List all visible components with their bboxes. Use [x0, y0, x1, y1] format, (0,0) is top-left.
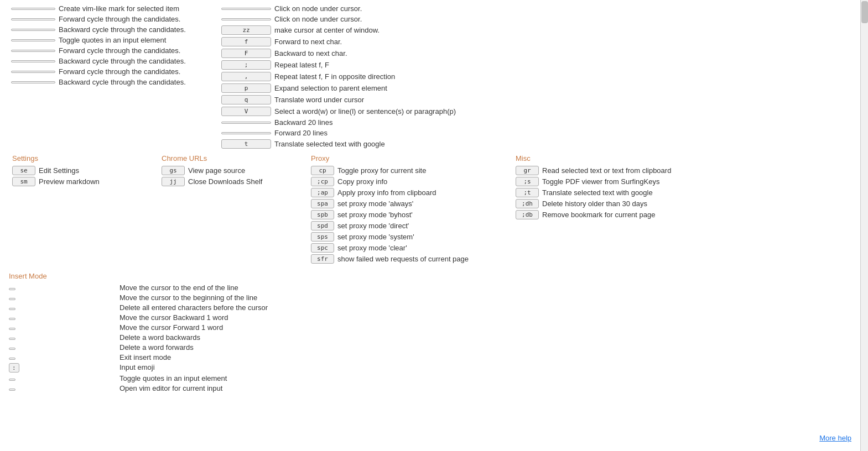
shortcut-row: Create vim-like mark for selected item — [11, 4, 221, 13]
shortcut-key — [11, 60, 55, 62]
shortcut-desc: Translate selected text with google — [274, 140, 385, 148]
chrome-urls-title: Chrome URLs — [162, 154, 304, 162]
insert-desc-cell: Delete a word forwards — [119, 343, 859, 352]
shortcut-key: V — [221, 107, 271, 116]
proxy-row: spaset proxy mode 'always' — [311, 199, 509, 208]
shortcut-row: Backward cycle through the candidates. — [11, 78, 221, 86]
page-wrapper: Create vim-like mark for selected itemFo… — [0, 0, 868, 451]
proxy-row: sfrshow failed web requests of current p… — [311, 254, 509, 264]
shortcut-desc: Toggle quotes in an input element — [59, 36, 166, 44]
insert-key-cell — [9, 353, 119, 361]
insert-key-cell — [9, 374, 119, 382]
misc-section: Misc grRead selected text or text from c… — [512, 154, 859, 265]
scrollbar[interactable] — [860, 0, 868, 451]
proxy-row: cpToggle proxy for current site — [311, 166, 509, 175]
shortcut-key — [11, 29, 55, 31]
shortcut-row: Backward 20 lines — [221, 118, 857, 127]
shortcut-key: spb — [311, 210, 334, 219]
chrome-urls-section: Chrome URLs gsView page sourcejjClose Do… — [158, 154, 308, 265]
shortcut-desc: Forward to next char. — [274, 38, 342, 46]
shortcut-key — [9, 328, 15, 330]
shortcut-row: Toggle quotes in an input element — [11, 36, 221, 44]
shortcut-desc: Select a word(w) or line(l) or sentence(… — [274, 107, 456, 116]
shortcut-desc: Expand selection to parent element — [274, 84, 387, 92]
insert-key-cell — [9, 313, 119, 322]
insert-desc-cell: Move the cursor to the end of the line — [119, 284, 859, 292]
shortcut-key: ;t — [516, 188, 539, 197]
insert-mode-section: Insert Mode Move the cursor to the end o… — [0, 272, 868, 392]
proxy-row: spsset proxy mode 'system' — [311, 232, 509, 242]
misc-title: Misc — [516, 154, 856, 162]
shortcut-desc: show failed web requests of current page — [337, 255, 469, 263]
shortcut-desc: Remove bookmark for current page — [542, 211, 655, 219]
insert-key-cell — [9, 293, 119, 302]
shortcut-desc: Forward cycle through the candidates. — [59, 15, 180, 23]
proxy-section: Proxy cpToggle proxy for current site;cp… — [308, 154, 512, 265]
shortcut-desc: make cursor at center of window. — [274, 26, 380, 34]
more-help-link[interactable]: More help — [819, 434, 851, 442]
insert-key-cell: : — [9, 363, 119, 373]
shortcut-desc: Create vim-like mark for selected item — [59, 4, 179, 13]
shortcut-desc: Backward cycle through the candidates. — [59, 25, 186, 34]
shortcut-key: ;ap — [311, 188, 334, 197]
insert-key-cell — [9, 343, 119, 352]
shortcut-desc: Click on node under cursor. — [274, 15, 362, 23]
insert-desc-cell: Move the cursor Backward 1 word — [119, 313, 859, 322]
insert-key-cell — [9, 384, 119, 392]
shortcut-row: ;Repeat latest f, F — [221, 60, 857, 70]
shortcut-key — [11, 71, 55, 73]
shortcut-row: Click on node under cursor. — [221, 4, 857, 13]
shortcut-key: zz — [221, 25, 271, 35]
proxy-row: ;apApply proxy info from clipboard — [311, 188, 509, 197]
shortcut-key: sps — [311, 232, 334, 242]
shortcut-desc: set proxy mode 'byhost' — [337, 211, 413, 219]
shortcut-key — [221, 132, 271, 134]
proxy-row: ;cpCopy proxy info — [311, 177, 509, 186]
shortcut-row: tTranslate selected text with google — [221, 139, 857, 149]
shortcut-key — [11, 18, 55, 20]
shortcut-desc: Toggle PDF viewer from SurfingKeys — [542, 177, 659, 186]
shortcut-desc: Close Downloads Shelf — [188, 177, 262, 186]
right-shortcuts-col: Click on node under cursor.Click on node… — [221, 4, 857, 150]
shortcut-desc: Read selected text or text from clipboar… — [542, 166, 671, 175]
settings-section: Settings seEdit SettingssmPreview markdo… — [9, 154, 158, 265]
shortcut-key: : — [9, 363, 19, 373]
shortcut-desc: Backward cycle through the candidates. — [59, 78, 186, 86]
shortcut-desc: set proxy mode 'direct' — [337, 222, 409, 230]
shortcut-row: ,Repeat latest f, F in opposite directio… — [221, 72, 857, 81]
shortcut-key: cp — [311, 166, 334, 175]
proxy-title: Proxy — [311, 154, 509, 162]
shortcut-desc: Copy proxy info — [337, 177, 387, 186]
shortcut-row: Forward cycle through the candidates. — [11, 46, 221, 55]
insert-desc-cell: Exit insert mode — [119, 353, 859, 361]
proxy-row: spbset proxy mode 'byhost' — [311, 210, 509, 219]
shortcut-desc: Delete history older than 30 days — [542, 200, 647, 208]
shortcut-key — [11, 81, 55, 83]
shortcut-key: jj — [162, 177, 185, 186]
insert-key-cell — [9, 323, 119, 332]
proxy-row: spcset proxy mode 'clear' — [311, 243, 509, 253]
shortcut-key — [9, 318, 15, 320]
shortcut-desc: Edit Settings — [39, 166, 79, 175]
shortcut-key — [9, 288, 15, 290]
misc-row: ;dbRemove bookmark for current page — [516, 210, 856, 219]
main-sections: Settings seEdit SettingssmPreview markdo… — [0, 154, 868, 265]
shortcut-key — [11, 50, 55, 52]
scrollbar-thumb[interactable] — [861, 1, 868, 23]
insert-desc-cell: Open vim editor for current input — [119, 384, 859, 392]
shortcut-key — [221, 122, 271, 124]
shortcut-desc: set proxy mode 'always' — [337, 200, 413, 208]
shortcut-key: gs — [162, 166, 185, 175]
shortcut-key: gr — [516, 166, 539, 175]
insert-desc-cell: Delete all entered characters before the… — [119, 303, 859, 312]
shortcut-key: ; — [221, 60, 271, 70]
shortcut-desc: Forward cycle through the candidates. — [59, 67, 180, 76]
shortcut-row: Click on node under cursor. — [221, 15, 857, 23]
shortcut-row: Forward cycle through the candidates. — [11, 67, 221, 76]
insert-desc-cell: Toggle quotes in an input element — [119, 374, 859, 382]
insert-mode-grid: Move the cursor to the end of the lineMo… — [9, 284, 859, 392]
shortcut-desc: Backward 20 lines — [274, 118, 333, 127]
shortcut-row: zzmake cursor at center of window. — [221, 25, 857, 35]
left-shortcuts-col: Create vim-like mark for selected itemFo… — [11, 4, 221, 150]
shortcut-key: q — [221, 95, 271, 104]
